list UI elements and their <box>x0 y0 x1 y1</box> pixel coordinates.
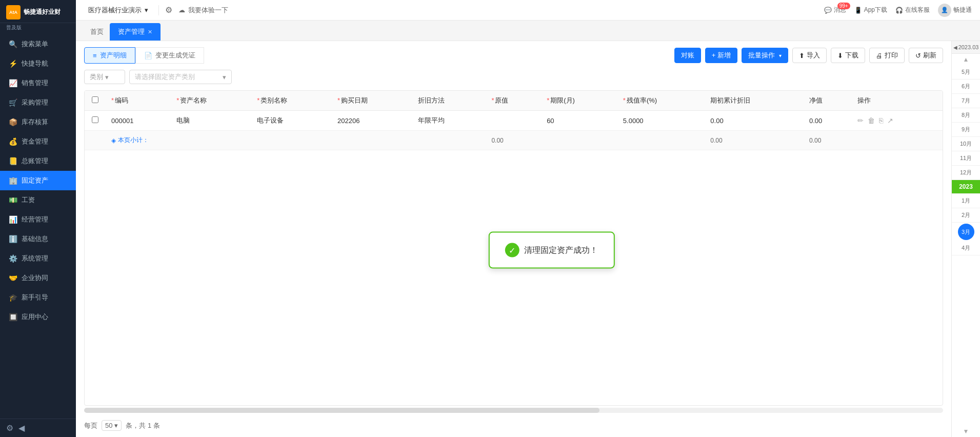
timeline-month[interactable]: 1月 <box>952 194 980 208</box>
nav-label-ledger: 总账管理 <box>22 156 48 166</box>
timeline-year-marker[interactable]: 2023 <box>952 180 980 194</box>
header-purchase-date: *购买日期 <box>331 91 412 111</box>
horizontal-scrollbar[interactable] <box>84 408 943 413</box>
sidebar-item-inventory[interactable]: 📦 库存核算 <box>0 112 76 132</box>
category-filter[interactable]: 类别 ▾ <box>84 70 125 84</box>
sidebar-item-fixed-assets[interactable]: 🏢 固定资产 <box>0 171 76 190</box>
import-button[interactable]: ⬆ 导入 <box>792 48 827 63</box>
more-icon[interactable]: ↗ <box>887 116 893 125</box>
chevron-left-icon[interactable]: ◀ <box>953 45 957 50</box>
service-icon: 🎧 <box>895 7 903 14</box>
delete-icon[interactable]: 🗑 <box>868 116 875 125</box>
collapse-icon[interactable]: ◀ <box>18 423 25 433</box>
timeline-month[interactable]: 2月 <box>952 208 980 223</box>
timeline-month[interactable]: 5月 <box>952 65 980 80</box>
panel-nav-down[interactable]: ▼ <box>952 426 980 437</box>
sidebar-item-operations[interactable]: 📊 经营管理 <box>0 210 76 229</box>
sidebar-item-payroll[interactable]: 💵 工资 <box>0 190 76 210</box>
sidebar-item-app-center[interactable]: 🔲 应用中心 <box>0 307 76 327</box>
sidebar-item-system[interactable]: ⚙️ 系统管理 <box>0 249 76 268</box>
header-settings-icon[interactable]: ⚙ <box>165 5 172 15</box>
header-residual-rate: *残值率(%) <box>617 91 705 111</box>
subtotal-original: 0.00 <box>485 131 541 150</box>
sidebar-item-quick-nav[interactable]: ⚡ 快捷导航 <box>0 54 76 73</box>
nav-icon-funds: 💰 <box>8 137 17 146</box>
timeline-month[interactable]: 12月 <box>952 166 980 180</box>
subtotal-row: ◈ 本页小计： 0.00 0.00 0.00 <box>85 131 943 150</box>
copy-icon[interactable]: ⎘ <box>879 116 883 125</box>
sidebar-item-funds[interactable]: 💰 资金管理 <box>0 132 76 151</box>
edit-icon[interactable]: ✏ <box>857 116 864 125</box>
nav-label-basic-info: 基础信息 <box>22 234 48 244</box>
panel-nav-up[interactable]: ▲ <box>952 54 980 65</box>
app-download-btn[interactable]: 📱 App下载 <box>854 6 887 14</box>
settings-icon[interactable]: ⚙ <box>6 423 13 433</box>
sub-tab-change-voucher[interactable]: 📄 变更生成凭证 <box>135 47 204 64</box>
print-button[interactable]: 🖨 打印 <box>869 48 905 63</box>
nav-icon-guide: 🎓 <box>8 293 17 302</box>
timeline-month[interactable]: 7月 <box>952 94 980 108</box>
toast-message: 清理固定资产成功！ <box>524 245 598 255</box>
cell-code: 000001 <box>105 111 170 131</box>
company-selector[interactable]: 医疗器械行业演示 ▾ <box>84 4 152 17</box>
toast-check-icon: ✓ <box>505 243 519 257</box>
subtotal-label-cell: ◈ 本页小计： <box>105 131 485 150</box>
sidebar-item-sales[interactable]: 📈 销售管理 <box>0 73 76 93</box>
tab-home[interactable]: 首页 <box>84 23 110 41</box>
refresh-icon: ↺ <box>915 52 921 59</box>
timeline-month[interactable]: 4月 <box>952 241 980 255</box>
category-value-filter[interactable]: 请选择固定资产类别 ▾ <box>129 70 232 84</box>
timeline-month[interactable]: 3月 <box>958 224 974 240</box>
nav-label-app-center: 应用中心 <box>22 312 48 322</box>
header-net-value: 净值 <box>803 91 851 111</box>
tab-close-icon[interactable]: ✕ <box>148 29 152 35</box>
online-service-btn[interactable]: 🎧 在线客服 <box>895 6 930 14</box>
batch-dropdown-arrow: ▾ <box>779 53 782 58</box>
reconcile-button[interactable]: 对账 <box>674 48 701 63</box>
batch-button[interactable]: 批量操作 ▾ <box>742 48 788 63</box>
nav-icon-sales: 📈 <box>8 78 17 88</box>
sidebar-item-enterprise[interactable]: 🤝 企业协同 <box>0 268 76 288</box>
sub-tab-asset-detail[interactable]: ≡ 资产明细 <box>84 47 135 64</box>
timeline-month[interactable]: 9月 <box>952 123 980 137</box>
page-size-arrow: ▾ <box>114 422 118 429</box>
page-size-selector[interactable]: 50 ▾ <box>102 420 122 431</box>
nav-icon-ledger: 📒 <box>8 156 17 166</box>
sidebar-item-search[interactable]: 🔍 搜索菜单 <box>0 34 76 54</box>
new-button[interactable]: + 新增 <box>705 48 737 63</box>
subtotal-icon: ◈ <box>111 137 116 144</box>
subtotal-period-acc: 0.00 <box>704 131 803 150</box>
header-actions: 操作 <box>851 91 943 111</box>
experience-button[interactable]: ☁ 我要体验一下 <box>178 6 228 15</box>
company-name: 医疗器械行业演示 <box>88 6 142 15</box>
subtotal-checkbox <box>85 131 105 150</box>
messages-btn[interactable]: 💬 消息 99+ <box>824 6 846 14</box>
sidebar-item-ledger[interactable]: 📒 总账管理 <box>0 151 76 171</box>
sidebar-item-purchase[interactable]: 🛒 采购管理 <box>0 93 76 112</box>
header-category: *类别名称 <box>251 91 331 111</box>
nav-label-purchase: 采购管理 <box>22 98 48 107</box>
sub-tabs: ≡ 资产明细 📄 变更生成凭证 对账 + 新增 批量操作 ▾ ⬆ <box>84 47 943 64</box>
sidebar-nav: 🔍 搜索菜单 ⚡ 快捷导航 📈 销售管理 🛒 采购管理 📦 库存核算 💰 资金管… <box>0 34 76 419</box>
list-icon: ≡ <box>93 52 97 59</box>
refresh-button[interactable]: ↺ 刷新 <box>909 48 943 63</box>
timeline-items: 5月6月7月8月9月10月11月12月20231月2月3月4月 <box>952 65 980 426</box>
success-toast: ✓ 清理固定资产成功！ <box>488 232 614 269</box>
timeline-month[interactable]: 10月 <box>952 137 980 151</box>
download-button[interactable]: ⬇ 下载 <box>831 48 865 63</box>
avatar: 👤 <box>938 4 951 17</box>
timeline-month[interactable]: 11月 <box>952 151 980 166</box>
nav-icon-basic-info: ℹ️ <box>8 234 17 244</box>
logo: AtA 畅捷通好业财 <box>0 0 76 23</box>
user-menu[interactable]: 👤 畅捷通 <box>938 4 972 17</box>
cloud-icon: ☁ <box>178 6 185 14</box>
row-checkbox-0[interactable] <box>92 116 98 123</box>
select-all-checkbox[interactable] <box>92 96 98 103</box>
timeline-month[interactable]: 6月 <box>952 80 980 94</box>
subtotal-net: 0.00 <box>803 131 851 150</box>
sidebar-item-guide[interactable]: 🎓 新手引导 <box>0 288 76 307</box>
timeline-month[interactable]: 8月 <box>952 108 980 123</box>
tab-asset-management[interactable]: 资产管理 ✕ <box>110 23 161 41</box>
nav-label-guide: 新手引导 <box>22 293 48 302</box>
sidebar-item-basic-info[interactable]: ℹ️ 基础信息 <box>0 229 76 249</box>
